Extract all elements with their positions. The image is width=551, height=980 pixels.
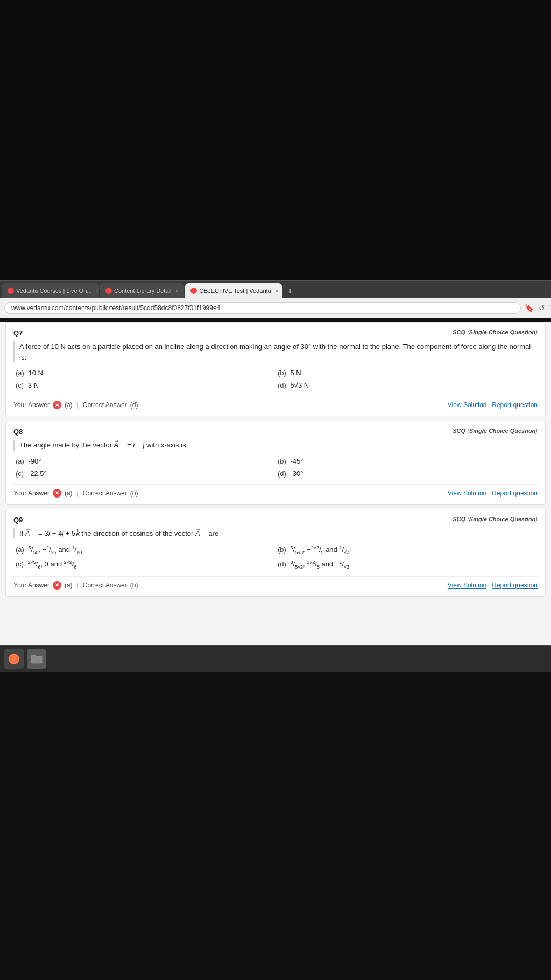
q7-number: Q7 [13, 329, 23, 337]
new-tab-icon: + [288, 286, 293, 296]
bookmark-icon[interactable]: 🔖 [524, 303, 534, 313]
q7-wrong-icon: ✕ [53, 401, 61, 409]
q8-header: Q8 SCQ (Single Choice Question) [13, 428, 538, 436]
q9-opt-d-text: 3/5√2, 3√2/5 and −1/√2 [291, 560, 350, 568]
q9-text: If A→ = 3î − 4ĵ + 5k̂ the direction of c… [13, 528, 538, 539]
q8-view-solution-link[interactable]: View Solution [448, 489, 487, 497]
q7-separator: | [77, 401, 79, 409]
q9-options: (a) 3/50, −2/25 and 1/10 (b) 3/5√3, −2√2… [13, 544, 538, 571]
tab-content-library-label: Content Library Detail [114, 288, 171, 294]
q8-correct-answer-value: (b) [130, 489, 138, 497]
q8-opt-a-text: -90° [29, 457, 41, 465]
q7-options: (a) 10 N (b) 5 N (c) 3 N (d) 5√3 N [13, 368, 538, 390]
q8-answer-info: Your Answer ✕ (a) | Correct Answer (b) [13, 489, 138, 498]
q9-wrong-icon: ✕ [53, 581, 61, 590]
q7-opt-d-label: (d) [278, 381, 286, 389]
q8-report-link[interactable]: Report question [492, 489, 538, 497]
folder-icon [31, 654, 43, 664]
q9-report-link[interactable]: Report question [492, 582, 538, 589]
q9-opt-c-label: (c) [16, 560, 24, 568]
q8-opt-a-label: (a) [16, 457, 24, 465]
q7-type: SCQ (Single Choice Question) [453, 329, 538, 335]
q9-separator: | [77, 582, 79, 589]
q9-answer-row: Your Answer ✕ (a) | Correct Answer (b) V… [13, 576, 538, 590]
q9-vector-A2: A→ [195, 528, 200, 539]
q9-vector-A1: A→ [25, 528, 30, 539]
refresh-icon[interactable]: ↺ [537, 303, 547, 313]
q9-correct-answer-label: Correct Answer [83, 582, 127, 589]
question-7-block: Q7 SCQ (Single Choice Question) A force … [5, 322, 546, 416]
address-bar-row: www.vedantu.com/contents/public/test/res… [0, 298, 551, 318]
q7-header: Q7 SCQ (Single Choice Question) [13, 329, 538, 337]
circle-icon [8, 653, 20, 665]
tab-close-3[interactable]: × [276, 288, 279, 294]
question-8-block: Q8 SCQ (Single Choice Question) The angl… [5, 421, 546, 505]
q9-opt-b-text: 3/5√3, −2√2/5 and 1/√2 [291, 545, 350, 554]
q7-opt-a-text: 10 N [29, 369, 43, 377]
tab-close-2[interactable]: × [175, 288, 179, 294]
q8-your-answer-value: (a) [65, 489, 73, 497]
q8-answer-links: View Solution Report question [448, 489, 538, 497]
address-bar[interactable]: www.vedantu.com/contents/public/test/res… [4, 302, 521, 314]
taskbar-icon-circle[interactable] [4, 649, 24, 669]
q7-view-solution-link[interactable]: View Solution [448, 401, 487, 409]
q7-option-b: (b) 5 N [278, 368, 535, 378]
tab-close-1[interactable]: × [96, 288, 99, 294]
q9-number: Q9 [13, 516, 23, 524]
q9-option-c: (c) 2√5/6, 0 and 2√2/6 [16, 558, 273, 571]
q9-opt-d-label: (d) [278, 560, 286, 568]
q8-option-a: (a) -90° [16, 456, 273, 466]
q8-opt-d-label: (d) [278, 470, 286, 478]
q7-your-answer-label: Your Answer [13, 401, 50, 409]
q7-option-c: (c) 3 N [16, 380, 273, 390]
tab-bar: Vedantu Courses | Live On... × Content L… [0, 281, 551, 298]
new-tab-button[interactable]: + [283, 284, 297, 298]
address-icons: 🔖 ↺ [524, 303, 547, 313]
q7-answer-info: Your Answer ✕ (a) | Correct Answer (d) [13, 401, 138, 409]
q8-type-full: Single Choice Question [469, 428, 535, 434]
tab-objective-test[interactable]: OBJECTIVE Test | Vedantu × [185, 283, 282, 298]
q9-type: SCQ (Single Choice Question) [453, 516, 538, 522]
q8-opt-b-label: (b) [278, 457, 286, 465]
q9-option-b: (b) 3/5√3, −2√2/5 and 1/√2 [278, 544, 535, 556]
q8-type: SCQ (Single Choice Question) [453, 428, 538, 434]
bottom-bezel [0, 672, 551, 823]
q8-answer-row: Your Answer ✕ (a) | Correct Answer (b) V… [13, 484, 538, 498]
q7-your-answer-value: (a) [65, 401, 73, 409]
q8-your-answer-label: Your Answer [13, 489, 50, 497]
q8-correct-answer-label: Correct Answer [83, 489, 127, 497]
tab-vedantu-courses[interactable]: Vedantu Courses | Live On... × [2, 283, 99, 298]
q8-text: The angle made by the vector A→ = î − ĵ … [13, 440, 538, 451]
q8-type-label: SCQ [453, 428, 465, 434]
q9-option-d: (d) 3/5√2, 3√2/5 and −1/√2 [278, 558, 535, 571]
q8-separator: | [77, 489, 79, 497]
q7-type-label: SCQ [453, 329, 465, 335]
tab-content-library[interactable]: Content Library Detail × [100, 283, 184, 298]
q7-opt-b-text: 5 N [291, 369, 301, 377]
q7-report-link[interactable]: Report question [492, 401, 538, 409]
question-9-block: Q9 SCQ (Single Choice Question) If A→ = … [5, 509, 546, 597]
content-area: Q7 SCQ (Single Choice Question) A force … [0, 322, 551, 645]
vedantu-tab-icon [8, 288, 14, 294]
q7-opt-d-text: 5√3 N [291, 381, 309, 389]
q9-your-answer-label: Your Answer [13, 582, 50, 589]
q8-option-b: (b) -45° [278, 456, 535, 466]
screen-wrapper: Vedantu Courses | Live On... × Content L… [0, 0, 551, 980]
q8-opt-c-label: (c) [16, 470, 24, 478]
tab-vedantu-courses-label: Vedantu Courses | Live On... [16, 288, 91, 294]
tab-objective-test-label: OBJECTIVE Test | Vedantu [199, 288, 271, 294]
q7-opt-c-label: (c) [16, 381, 24, 389]
q7-type-full: Single Choice Question [469, 329, 535, 335]
q9-view-solution-link[interactable]: View Solution [448, 582, 487, 589]
q7-opt-b-label: (b) [278, 369, 286, 377]
q9-option-a: (a) 3/50, −2/25 and 1/10 [16, 544, 273, 556]
q8-opt-c-text: -22.5° [28, 470, 47, 478]
q8-opt-d-text: -30° [291, 470, 303, 478]
q7-correct-answer-value: (d) [130, 401, 138, 409]
q8-wrong-icon: ✕ [53, 489, 61, 498]
taskbar-icon-folder[interactable] [27, 649, 46, 669]
top-bezel [0, 0, 551, 280]
q9-type-full: Single Choice Question [469, 516, 535, 522]
q9-correct-answer-value: (b) [130, 582, 138, 589]
q7-opt-a-label: (a) [16, 369, 24, 377]
